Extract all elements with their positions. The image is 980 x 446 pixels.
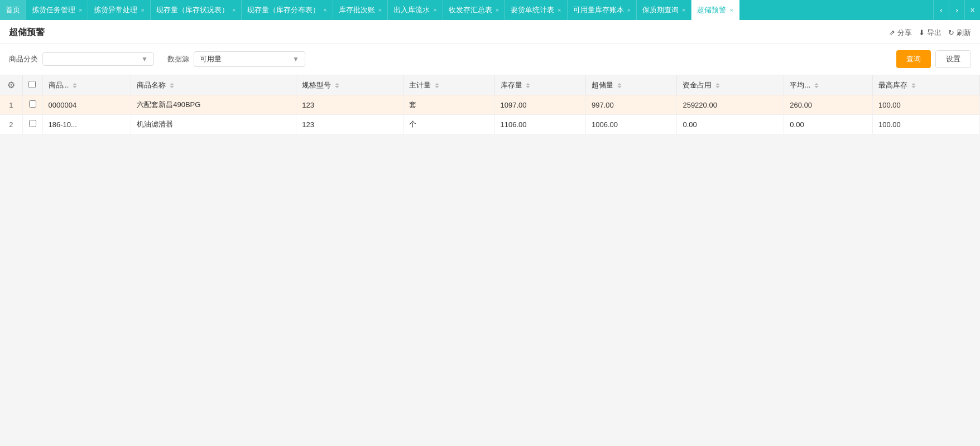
cell-capital: 0.00 [677,115,784,134]
col-overstock-header[interactable]: 超储量 [585,75,676,95]
row-checkbox[interactable] [29,120,36,127]
export-icon: ⬇ [919,28,925,37]
export-button[interactable]: ⬇ 导出 [919,28,941,38]
cell-stock: 1097.00 [494,95,585,115]
sort-icon [73,83,77,88]
cell-max-stock: 100.00 [873,95,980,115]
nav-item-summary[interactable]: 收发存汇总表 × [443,0,505,20]
cell-max-stock: 100.00 [873,115,980,134]
nav-item-home[interactable]: 首页 [0,0,26,20]
row-number: 1 [0,95,22,115]
header-actions: ⇗ 分享 ⬇ 导出 ↻ 刷新 [889,28,971,38]
top-nav: 首页 拣货任务管理 × 拣货异常处理 × 现存量（库存状况表） × 现存量（库存… [0,0,980,20]
sort-icon [814,83,819,88]
close-icon[interactable]: × [378,7,382,13]
data-table: ⚙ 商品... 商品名称 规格型号 主计量 [0,75,980,134]
close-icon[interactable]: × [729,7,733,13]
cell-name: 六配套新昌490BPG [131,95,296,115]
close-icon[interactable]: × [558,7,561,13]
nav-item-available[interactable]: 可用量库存账本 × [568,0,637,20]
sort-icon [715,83,720,88]
col-settings: ⚙ [0,75,22,95]
sort-icon [617,83,622,88]
table-row: 2 186-10... 机油滤清器 123 个 1106.00 1006.00 … [0,115,980,134]
nav-item-overstock[interactable]: 超储预警 × [691,0,739,20]
chevron-down-icon: ▼ [141,55,148,63]
refresh-button[interactable]: ↻ 刷新 [948,28,971,38]
table-header-row: ⚙ 商品... 商品名称 规格型号 主计量 [0,75,980,95]
cell-spec: 123 [296,115,403,134]
row-checkbox-cell [22,95,42,115]
close-icon[interactable]: × [433,7,436,13]
sort-icon [526,83,530,88]
close-icon[interactable]: × [141,7,144,13]
col-max-stock-header[interactable]: 最高库存 [873,75,980,95]
nav-item-stock-dist[interactable]: 现存量（库存分布表） × [242,0,333,20]
filter-bar: 商品分类 ▼ 数据源 可用量 ▼ 查询 设置 [0,43,980,75]
close-icon[interactable]: × [323,7,326,13]
col-capital-header[interactable]: 资金占用 [677,75,784,95]
datasource-label: 数据源 [167,54,189,64]
row-number: 2 [0,115,22,134]
row-checkbox-cell [22,115,42,134]
nav-item-shelf-life[interactable]: 保质期查询 × [637,0,691,20]
datasource-filter: 数据源 可用量 ▼ [167,51,305,67]
cell-stock: 1106.00 [494,115,585,134]
col-code-header[interactable]: 商品... [42,75,131,95]
table-container: ⚙ 商品... 商品名称 规格型号 主计量 [0,75,980,134]
nav-arrows: ‹ › × [933,0,980,20]
cell-unit: 套 [403,95,494,115]
cell-code: 186-10... [42,115,131,134]
refresh-icon: ↻ [948,28,954,37]
datasource-select[interactable]: 可用量 ▼ [194,51,305,67]
page-title: 超储预警 [9,27,45,38]
nav-next-arrow[interactable]: › [949,0,964,20]
col-spec-header[interactable]: 规格型号 [296,75,403,95]
category-filter: 商品分类 ▼ [9,52,154,66]
cell-avg: 0.00 [784,115,873,134]
cell-avg: 260.00 [784,95,873,115]
sort-icon [170,83,174,88]
nav-item-demand[interactable]: 要货单统计表 × [505,0,567,20]
close-icon[interactable]: × [496,7,499,13]
close-icon[interactable]: × [682,7,685,13]
close-icon[interactable]: × [232,7,236,13]
table-row: 1 0000004 六配套新昌490BPG 123 套 1097.00 997.… [0,95,980,115]
settings-button[interactable]: 设置 [935,50,971,68]
col-stock-header[interactable]: 库存量 [494,75,585,95]
chevron-down-icon: ▼ [292,55,299,63]
share-button[interactable]: ⇗ 分享 [889,28,912,38]
share-icon: ⇗ [889,28,895,37]
close-icon[interactable]: × [627,7,631,13]
nav-item-flow[interactable]: 出入库流水 × [388,0,443,20]
row-checkbox[interactable] [29,100,36,108]
col-avg-header[interactable]: 平均... [784,75,873,95]
cell-code: 0000004 [42,95,131,115]
cell-overstock: 1006.00 [585,115,676,134]
close-icon[interactable]: × [79,7,82,13]
sort-icon [335,83,339,88]
nav-item-batch[interactable]: 库存批次账 × [333,0,388,20]
gear-icon[interactable]: ⚙ [6,80,17,90]
cell-name: 机油滤清器 [131,115,296,134]
query-button[interactable]: 查询 [896,50,931,68]
nav-item-exception[interactable]: 拣货异常处理 × [88,0,150,20]
cell-spec: 123 [296,95,403,115]
nav-prev-arrow[interactable]: ‹ [933,0,949,20]
sort-icon [911,83,916,88]
select-all-checkbox[interactable] [28,81,36,88]
category-label: 商品分类 [9,54,38,64]
cell-capital: 259220.00 [677,95,784,115]
nav-close-arrow[interactable]: × [964,0,980,20]
nav-item-stock-status[interactable]: 现存量（库存状况表） × [151,0,242,20]
cell-overstock: 997.00 [585,95,676,115]
filter-actions: 查询 设置 [896,50,971,68]
datasource-select-value: 可用量 [200,54,289,64]
nav-item-task[interactable]: 拣货任务管理 × [26,0,88,20]
col-name-header[interactable]: 商品名称 [131,75,296,95]
sort-icon [435,83,439,88]
col-unit-header[interactable]: 主计量 [403,75,494,95]
category-select[interactable]: ▼ [42,52,154,66]
cell-unit: 个 [403,115,494,134]
page-header: 超储预警 ⇗ 分享 ⬇ 导出 ↻ 刷新 [0,20,980,43]
